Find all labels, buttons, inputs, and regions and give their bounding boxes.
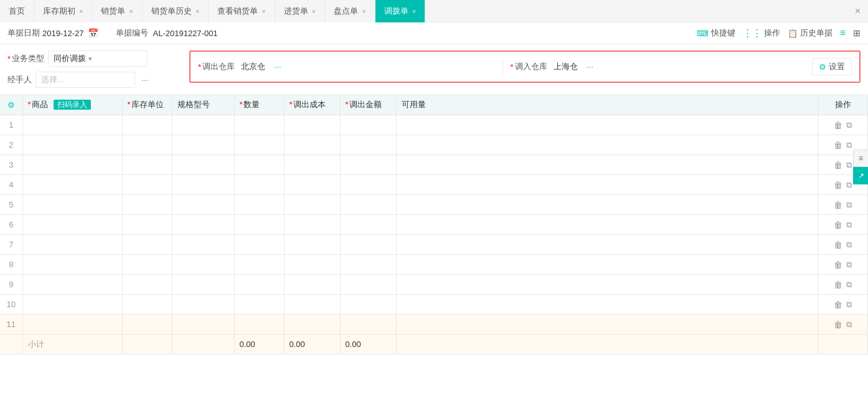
row-cost[interactable] bbox=[284, 275, 340, 295]
business-type-select[interactable]: 同价调拨 ▾ bbox=[48, 50, 148, 67]
row-qty[interactable] bbox=[234, 195, 284, 215]
export-icon: ↗ bbox=[858, 171, 864, 180]
layout-button1[interactable]: ≡ bbox=[840, 27, 846, 39]
row-cost[interactable] bbox=[284, 135, 340, 155]
table-row: 2 🗑 ⧉ bbox=[0, 135, 868, 155]
tab-view-sales-close[interactable]: × bbox=[262, 7, 265, 15]
tab-home[interactable]: 首页 bbox=[0, 0, 34, 22]
row-goods[interactable] bbox=[22, 155, 122, 175]
row-qty[interactable] bbox=[234, 175, 284, 195]
row-qty[interactable] bbox=[234, 315, 284, 335]
row-cost[interactable] bbox=[284, 115, 340, 135]
delete-icon[interactable]: 🗑 bbox=[834, 240, 842, 250]
history-button[interactable]: 📋 历史单据 bbox=[788, 27, 833, 39]
delete-icon[interactable]: 🗑 bbox=[834, 320, 842, 330]
row-qty[interactable] bbox=[234, 115, 284, 135]
row-goods[interactable] bbox=[22, 135, 122, 155]
copy-icon[interactable]: ⧉ bbox=[846, 220, 852, 230]
row-cost[interactable] bbox=[284, 215, 340, 235]
copy-icon[interactable]: ⧉ bbox=[846, 280, 852, 290]
transfer-in-more-btn[interactable]: ··· bbox=[587, 62, 594, 72]
tab-transfer[interactable]: 调拨单 × bbox=[375, 0, 425, 22]
tab-sales-history-close[interactable]: × bbox=[196, 7, 199, 15]
row-cost[interactable] bbox=[284, 235, 340, 255]
row-cost[interactable] bbox=[284, 295, 340, 315]
copy-icon[interactable]: ⧉ bbox=[846, 240, 852, 250]
window-close-button[interactable]: × bbox=[847, 0, 868, 22]
copy-icon[interactable]: ⧉ bbox=[846, 200, 852, 210]
copy-icon[interactable]: ⧉ bbox=[846, 320, 852, 330]
tab-stocktake[interactable]: 盘点单 × bbox=[325, 0, 375, 22]
tab-view-sales[interactable]: 查看销货单 × bbox=[209, 0, 275, 22]
tab-purchase-order[interactable]: 进货单 × bbox=[275, 0, 325, 22]
delete-icon[interactable]: 🗑 bbox=[834, 200, 842, 210]
copy-icon[interactable]: ⧉ bbox=[846, 140, 852, 150]
th-spec: 规格型号 bbox=[172, 95, 234, 115]
transfer-out-more-btn[interactable]: ··· bbox=[274, 62, 281, 72]
tab-stocktake-close[interactable]: × bbox=[362, 7, 366, 15]
row-amount bbox=[340, 155, 396, 175]
copy-icon[interactable]: ⧉ bbox=[846, 180, 852, 190]
row-ops: 🗑 ⧉ bbox=[818, 295, 868, 315]
delete-icon[interactable]: 🗑 bbox=[834, 160, 842, 170]
side-list-btn[interactable]: ≡ bbox=[853, 150, 868, 167]
handler-more-btn[interactable]: ··· bbox=[141, 75, 149, 85]
delete-icon[interactable]: 🗑 bbox=[834, 140, 842, 150]
handler-select[interactable]: 选择... bbox=[35, 72, 135, 88]
tab-purchase-order-close[interactable]: × bbox=[312, 7, 316, 15]
delete-icon[interactable]: 🗑 bbox=[834, 280, 842, 290]
delete-icon[interactable]: 🗑 bbox=[834, 180, 842, 190]
row-goods[interactable] bbox=[22, 115, 122, 135]
tab-sales-history[interactable]: 销货单历史 × bbox=[143, 0, 209, 22]
row-goods[interactable] bbox=[22, 275, 122, 295]
tab-transfer-close[interactable]: × bbox=[412, 7, 416, 15]
tab-sales-order[interactable]: 销货单 × bbox=[92, 0, 142, 22]
tab-sales-order-close[interactable]: × bbox=[129, 7, 133, 15]
operations-button[interactable]: ⋮⋮ 操作 bbox=[743, 27, 780, 39]
row-goods[interactable] bbox=[22, 215, 122, 235]
delete-icon[interactable]: 🗑 bbox=[834, 260, 842, 270]
copy-icon[interactable]: ⧉ bbox=[846, 120, 852, 130]
delete-icon[interactable]: 🗑 bbox=[834, 220, 842, 230]
copy-icon[interactable]: ⧉ bbox=[846, 260, 852, 270]
subtotal-ops bbox=[818, 335, 868, 355]
row-goods[interactable] bbox=[22, 295, 122, 315]
calendar-icon[interactable]: 📅 bbox=[88, 28, 98, 38]
row-goods[interactable] bbox=[22, 235, 122, 255]
date-value[interactable]: 2019-12-27 bbox=[42, 29, 84, 38]
row-num: 4 bbox=[0, 175, 22, 195]
row-goods[interactable] bbox=[22, 195, 122, 215]
row-qty[interactable] bbox=[234, 215, 284, 235]
shortcuts-button[interactable]: ⌨ 快捷键 bbox=[697, 27, 735, 39]
copy-icon[interactable]: ⧉ bbox=[846, 300, 852, 310]
delete-icon[interactable]: 🗑 bbox=[834, 120, 842, 130]
row-goods[interactable] bbox=[22, 255, 122, 275]
row-qty[interactable] bbox=[234, 295, 284, 315]
tab-inventory-init[interactable]: 库存期初 × bbox=[34, 0, 92, 22]
row-cost[interactable] bbox=[284, 175, 340, 195]
row-goods[interactable] bbox=[22, 315, 122, 335]
row-qty[interactable] bbox=[234, 135, 284, 155]
row-qty[interactable] bbox=[234, 275, 284, 295]
th-gear[interactable]: ⚙ bbox=[0, 95, 22, 115]
row-cost[interactable] bbox=[284, 195, 340, 215]
copy-icon[interactable]: ⧉ bbox=[846, 160, 852, 170]
row-qty[interactable] bbox=[234, 155, 284, 175]
delete-icon[interactable]: 🗑 bbox=[834, 300, 842, 310]
row-goods[interactable] bbox=[22, 175, 122, 195]
settings-button[interactable]: ⚙ 设置 bbox=[812, 58, 852, 75]
scan-btn[interactable]: 扫码录入 bbox=[54, 100, 91, 110]
tab-inventory-init-close[interactable]: × bbox=[79, 7, 83, 15]
row-cost[interactable] bbox=[284, 155, 340, 175]
row-qty[interactable] bbox=[234, 255, 284, 275]
table-wrapper: ⚙ *商品 扫码录入 *库存单位 规格型号 *数量 *调出成本 bbox=[0, 95, 868, 355]
row-cost[interactable] bbox=[284, 255, 340, 275]
row-qty[interactable] bbox=[234, 235, 284, 255]
layout-button2[interactable]: ⊞ bbox=[853, 28, 861, 38]
subtotal-label: 小计 bbox=[22, 335, 122, 355]
side-export-btn[interactable]: ↗ bbox=[853, 167, 868, 184]
layout2-icon: ⊞ bbox=[853, 28, 861, 38]
row-num: 3 bbox=[0, 155, 22, 175]
transfer-out-req: * bbox=[198, 62, 201, 72]
row-cost[interactable] bbox=[284, 315, 340, 335]
